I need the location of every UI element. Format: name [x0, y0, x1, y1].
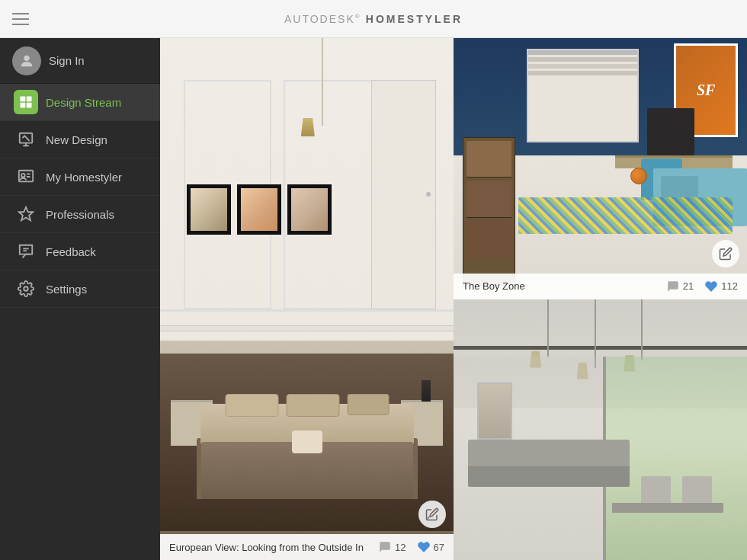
picture-3: [287, 184, 332, 235]
settings-icon: [12, 275, 40, 302]
bz-rug: [518, 197, 733, 234]
shelf-row-3: [466, 221, 511, 258]
card-2-like-count: 112: [721, 280, 738, 292]
sign-in-item[interactable]: Sign In: [0, 38, 160, 84]
blind-slat-1: [528, 50, 636, 55]
svg-line-10: [428, 517, 429, 519]
sidebar-item-design-stream[interactable]: Design Stream: [0, 84, 160, 121]
blind-slat-4: [528, 71, 636, 75]
blind-slat-2: [528, 57, 636, 62]
card-1-like-count: 67: [434, 542, 444, 553]
edit-button-1[interactable]: [418, 501, 446, 528]
bz-monitor: [647, 108, 694, 155]
shelf-row-2: [466, 181, 511, 217]
card-2-info-bar: The Boy Zone 21 112: [454, 274, 747, 299]
basketball: [630, 168, 647, 184]
my-homestyler-icon: [12, 163, 40, 190]
vase: [422, 380, 431, 402]
artwork-2: [241, 188, 277, 231]
ml-wire-1: [547, 299, 549, 357]
svg-marker-8: [19, 207, 33, 220]
card-2-stats: 21 112: [666, 280, 738, 293]
sidebar: Sign In Design Stream: [0, 38, 160, 560]
sidebar-item-settings[interactable]: Settings: [0, 270, 160, 308]
new-design-icon: [12, 126, 40, 153]
card-1-stats: 12 67: [378, 540, 444, 554]
new-design-label: New Design: [46, 133, 107, 146]
pillow-3: [347, 394, 389, 415]
svg-rect-2: [27, 97, 32, 102]
shelf-row-1: [466, 141, 511, 178]
card-2-comments: 21: [666, 280, 694, 293]
avatar: [12, 46, 41, 75]
pendant-wire: [322, 38, 323, 126]
ml-ceiling-band: [454, 346, 747, 350]
settings-label: Settings: [46, 283, 87, 296]
svg-point-7: [21, 174, 25, 178]
sidebar-item-new-design[interactable]: New Design: [0, 121, 160, 158]
sidebar-item-feedback[interactable]: Feedback: [0, 233, 160, 270]
artwork-1: [191, 188, 227, 231]
wall-pictures: [187, 184, 332, 235]
feedback-icon: [12, 238, 40, 265]
sidebar-item-professionals[interactable]: Professionals: [0, 196, 160, 233]
card-1-comment-count: 12: [395, 542, 406, 553]
svg-rect-1: [21, 97, 26, 102]
card-1-likes: 67: [417, 540, 444, 554]
ml-chair-2: [641, 476, 671, 502]
card-1-comments: 12: [378, 540, 406, 554]
svg-rect-3: [21, 103, 26, 108]
app-title-main: HOMESTYLER: [366, 13, 463, 25]
ml-sofa-seat: [468, 466, 630, 487]
pendant-shade: [301, 118, 315, 136]
throw-pillow: [292, 430, 322, 453]
card-2-scene: SF: [454, 38, 747, 299]
ml-chair-1: [682, 476, 712, 502]
content-area: European View: Looking from the Outside …: [160, 38, 747, 560]
ml-art-1: [477, 382, 512, 440]
svg-rect-4: [27, 103, 32, 108]
pillow-2: [286, 394, 339, 417]
card-1-info-bar: European View: Looking from the Outside …: [160, 534, 454, 560]
app-title: AUTODESK® HOMESTYLER: [284, 12, 463, 25]
professionals-icon: [12, 200, 40, 228]
main-layout: Sign In Design Stream: [0, 38, 747, 560]
sign-in-label: Sign In: [49, 54, 85, 67]
card-2-title: The Boy Zone: [463, 280, 525, 292]
bz-window: [527, 49, 638, 142]
ml-art-fill: [479, 384, 511, 438]
sidebar-item-my-homestyler[interactable]: My Homestyler: [0, 158, 160, 196]
design-card-3[interactable]: [454, 299, 747, 561]
app-title-prefix: AUTODESK: [284, 13, 355, 25]
ml-wire-3: [641, 299, 643, 360]
svg-point-0: [24, 55, 29, 60]
card-1-scene: [160, 38, 454, 560]
blind-slat-3: [528, 64, 636, 69]
design-stream-icon: [14, 90, 38, 114]
design-card-2[interactable]: SF: [454, 38, 747, 299]
feedback-label: Feedback: [46, 245, 96, 258]
artwork-3: [291, 188, 328, 231]
design-card-1[interactable]: European View: Looking from the Outside …: [160, 38, 454, 560]
picture-1: [187, 184, 231, 235]
picture-2: [237, 184, 281, 235]
molding-2: [160, 325, 454, 331]
card-2-comment-count: 21: [683, 280, 694, 292]
professionals-label: Professionals: [46, 208, 114, 221]
design-stream-icon-wrapper: [12, 88, 40, 116]
pillow-1: [225, 394, 278, 417]
door: [371, 80, 436, 309]
hamburger-menu[interactable]: [12, 13, 29, 25]
card-2-likes: 112: [704, 280, 738, 293]
ml-table: [612, 503, 723, 514]
edit-button-2[interactable]: [712, 240, 739, 267]
card-3-scene: [454, 299, 747, 561]
pillows: [225, 394, 389, 417]
door-knob: [426, 192, 431, 197]
design-stream-label: Design Stream: [46, 96, 121, 109]
svg-point-9: [24, 286, 28, 291]
my-homestyler-label: My Homestyler: [46, 171, 122, 184]
bz-bookshelf: [463, 137, 515, 286]
card-1-title: European View: Looking from the Outside …: [169, 542, 364, 553]
top-bar: AUTODESK® HOMESTYLER: [0, 0, 747, 38]
